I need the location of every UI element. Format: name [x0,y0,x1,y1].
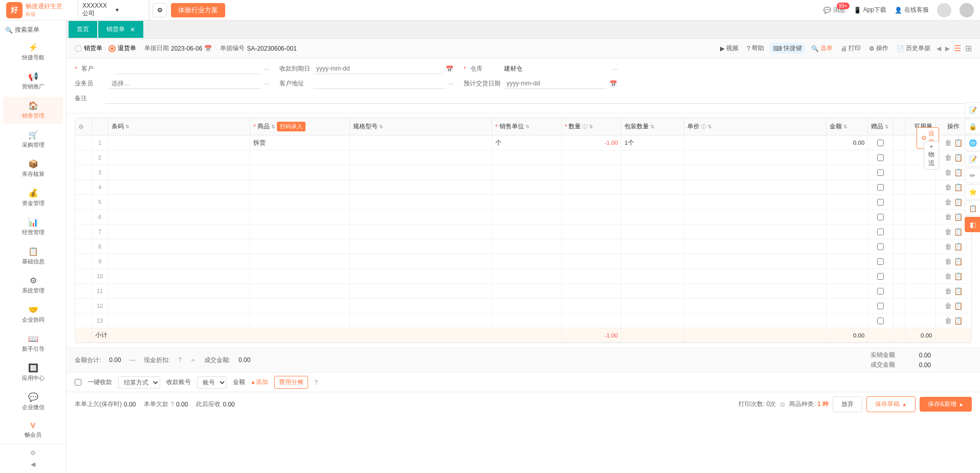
barcode-input[interactable] [112,287,247,295]
address-more-icon[interactable]: ··· [448,80,453,87]
delete-row-icon[interactable]: 🗑 [945,198,952,206]
help-discount-icon[interactable]: ? [178,356,182,364]
gift-checkbox[interactable] [877,258,884,265]
sidebar-item-purchase[interactable]: 🛒 采购管理 [3,126,63,153]
spec-input[interactable] [353,184,489,191]
sidebar-search[interactable]: 🔍 搜索菜单 [0,22,66,37]
row-barcode-cell[interactable] [108,180,250,195]
copy-row-icon[interactable]: 📋 [954,183,963,191]
right-icon-star[interactable]: ⭐ [965,184,980,199]
row-price-cell[interactable] [684,239,826,254]
fee-split-button[interactable]: 费用分摊 [274,376,308,389]
right-icon-active[interactable]: ◧ [965,217,980,232]
row-spec-cell[interactable] [350,165,492,180]
pkg-sort-icon[interactable]: ⇅ [650,124,655,129]
barcode-input[interactable] [112,154,247,161]
price-input[interactable] [687,169,823,176]
row-spec-cell[interactable] [350,224,492,239]
price-input[interactable] [687,302,823,309]
online-service-button[interactable]: 👤 在线客服 [895,6,929,14]
spec-input[interactable] [353,243,489,250]
row-price-cell[interactable] [684,313,826,328]
prev-record-icon[interactable]: ◀ [937,45,941,52]
barcode-input[interactable] [112,139,247,146]
gift-checkbox[interactable] [877,184,884,191]
row-price-cell[interactable] [684,165,826,180]
row-spec-cell[interactable] [350,180,492,195]
row-spec-cell[interactable] [350,150,492,165]
add-payment-button[interactable]: ● 添加 [251,378,268,387]
sidebar-settings-icon[interactable]: ⚙ [30,449,36,457]
receipt-date-calendar-icon[interactable]: 📅 [446,65,453,73]
sidebar-item-system[interactable]: ⚙ 系统管理 [3,272,63,299]
delete-row-icon[interactable]: 🗑 [945,213,952,221]
payment-account-select[interactable]: 账号 [197,376,227,389]
barcode-input[interactable] [112,169,247,176]
row-spec-cell[interactable] [350,299,492,313]
customer-more-icon[interactable]: ··· [264,65,269,73]
row-barcode-cell[interactable] [108,150,250,165]
row-price-cell[interactable] [684,254,826,269]
copy-row-icon[interactable]: 📋 [954,287,963,295]
save-draft-button[interactable]: 保存草稿 ▲ [866,396,916,412]
copy-row-icon[interactable]: 📋 [954,198,963,206]
receipt-date-input[interactable] [313,63,443,74]
copy-row-icon[interactable]: 📋 [954,242,963,251]
avatar-secondary[interactable] [960,3,974,17]
sidebar-item-guide[interactable]: 📖 新手引导 [3,330,63,357]
barcode-input[interactable] [112,198,247,206]
spec-sort-icon[interactable]: ⇅ [379,124,383,129]
copy-row-icon[interactable]: 📋 [954,302,963,310]
avatar[interactable] [937,3,951,17]
warehouse-more-icon[interactable]: ··· [612,65,617,73]
row-barcode-cell[interactable] [108,224,250,239]
print-button[interactable]: 🖨 打印 [839,43,863,54]
company-selector[interactable]: XXXXXX公司 ▼ [78,0,149,20]
salesperson-more-icon[interactable]: ··· [264,80,269,87]
logistics-button[interactable]: + 物流 [924,141,939,170]
right-icon-edit[interactable]: 📝 [965,151,980,167]
row-spec-cell[interactable] [350,136,492,150]
delete-row-icon[interactable]: 🗑 [945,272,952,280]
barcode-input[interactable] [112,243,247,250]
sidebar-item-finance[interactable]: 💰 资金管理 [3,184,63,211]
tab-sales-order[interactable]: 销货单 ✕ [98,21,143,38]
row-price-cell[interactable] [684,269,826,284]
row-barcode-cell[interactable] [108,136,250,150]
row-price-cell[interactable] [684,299,826,313]
radio-return[interactable]: 退货单 [108,44,136,53]
row-barcode-cell[interactable] [108,269,250,284]
spec-input[interactable] [353,287,489,295]
row-barcode-cell[interactable] [108,299,250,313]
gift-checkbox[interactable] [877,154,884,161]
row-barcode-cell[interactable] [108,284,250,299]
qty-sort-icon[interactable]: ⇅ [589,124,593,129]
next-record-icon[interactable]: ▶ [945,45,950,52]
row-spec-cell[interactable] [350,210,492,224]
row-barcode-cell[interactable] [108,239,250,254]
unit-sort-icon[interactable]: ⇅ [526,124,530,129]
sidebar-item-member[interactable]: V 畅会员 [3,417,63,443]
spec-input[interactable] [353,302,489,309]
delete-row-icon[interactable]: 🗑 [945,153,952,162]
spec-input[interactable] [353,213,489,220]
copy-row-icon[interactable]: 📋 [954,139,963,147]
copy-row-icon[interactable]: 📋 [954,153,963,162]
copy-row-icon[interactable]: 📋 [954,228,963,236]
delete-row-icon[interactable]: 🗑 [945,139,952,147]
shortcut-button[interactable]: ⌨ 快捷键 [770,43,805,54]
sidebar-item-operation[interactable]: 📊 经营管理 [3,213,63,240]
row-price-cell[interactable] [684,136,826,150]
price-input[interactable] [687,213,823,220]
remark-input[interactable] [105,93,972,104]
barcode-sort-icon[interactable]: ⇅ [125,124,129,129]
barcode-input[interactable] [112,228,247,235]
price-input[interactable] [687,139,823,146]
sidebar-item-inventory[interactable]: 📦 库存核算 [3,155,63,182]
right-icon-note[interactable]: 📝 [965,102,980,118]
gift-sort-icon[interactable]: ⇅ [885,124,889,129]
row-price-cell[interactable] [684,195,826,210]
discard-button[interactable]: 放弃 [833,396,862,412]
barcode-input[interactable] [112,273,247,280]
debt-help-icon[interactable]: ? [170,401,174,408]
